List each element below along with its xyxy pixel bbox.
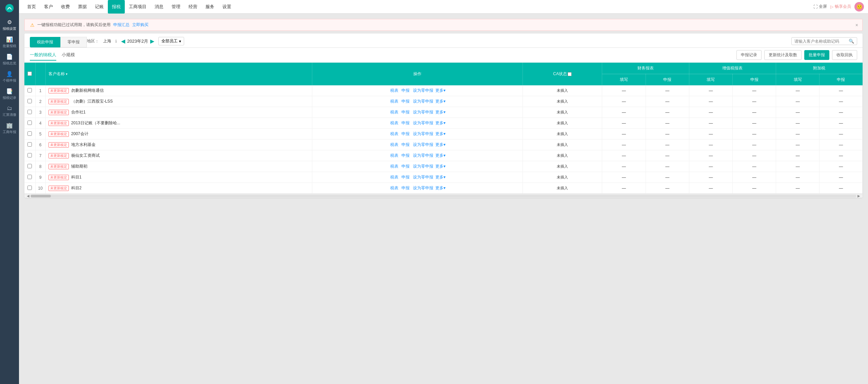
op-zero-declare[interactable]: 设为零申报 bbox=[413, 142, 433, 147]
select-all-checkbox[interactable] bbox=[27, 71, 32, 76]
op-declare[interactable]: 申报 bbox=[401, 164, 410, 169]
op-more[interactable]: 更多▾ bbox=[435, 121, 446, 125]
nav-settings[interactable]: 设置 bbox=[218, 0, 235, 14]
op-taxform[interactable]: 税表 bbox=[390, 131, 398, 136]
op-taxform[interactable]: 税表 bbox=[390, 110, 398, 114]
row-checkbox[interactable] bbox=[27, 153, 32, 157]
op-more[interactable]: 更多▾ bbox=[435, 186, 446, 190]
avatar[interactable]: 🙂 bbox=[854, 2, 864, 12]
op-more[interactable]: 更多▾ bbox=[435, 164, 446, 169]
sidebar-item-baoshujilu[interactable]: 📑 报税记录 bbox=[0, 85, 19, 103]
nav-customer[interactable]: 客户 bbox=[40, 0, 57, 14]
row-checkbox[interactable] bbox=[27, 175, 32, 179]
sidebar-item-piliangshuibao[interactable]: 📊 批量报税 bbox=[0, 34, 19, 51]
op-zero-declare[interactable]: 设为零申报 bbox=[413, 99, 433, 104]
row-checkbox[interactable] bbox=[27, 164, 32, 168]
employee-select[interactable]: 全部员工 ▾ bbox=[158, 37, 184, 45]
nav-service[interactable]: 服务 bbox=[201, 0, 218, 14]
op-zero-declare[interactable]: 设为零申报 bbox=[413, 153, 433, 158]
op-declare[interactable]: 申报 bbox=[401, 131, 410, 136]
sidebar-item-baoshuzonglan[interactable]: 📄 报税总览 bbox=[0, 51, 19, 68]
batch-declare-button[interactable]: 批量申报 bbox=[804, 50, 829, 60]
op-more[interactable]: 更多▾ bbox=[435, 131, 446, 136]
row-checkbox[interactable] bbox=[27, 121, 32, 125]
op-declare[interactable]: 申报 bbox=[401, 88, 410, 93]
tab-declare[interactable]: 税款申报 bbox=[30, 37, 60, 47]
horizontal-scrollbar[interactable]: ◀ ▶ bbox=[24, 194, 863, 198]
nav-message[interactable]: 消息 bbox=[151, 0, 167, 14]
op-more[interactable]: 更多▾ bbox=[435, 142, 446, 147]
op-more[interactable]: 更多▾ bbox=[435, 175, 446, 179]
next-month-button[interactable]: ▶ bbox=[150, 38, 154, 44]
op-declare[interactable]: 申报 bbox=[401, 153, 410, 158]
op-declare[interactable]: 申报 bbox=[401, 99, 410, 104]
nav-bookkeeping[interactable]: 记账 bbox=[91, 0, 108, 14]
op-taxform[interactable]: 税表 bbox=[390, 153, 398, 158]
op-declare[interactable]: 申报 bbox=[401, 175, 410, 179]
op-taxform[interactable]: 税表 bbox=[390, 142, 398, 147]
vip-btn[interactable]: ▷ 畅享会员 bbox=[830, 4, 851, 9]
op-more[interactable]: 更多▾ bbox=[435, 110, 446, 114]
sidebar-item-geshuishen[interactable]: 👤 个税申报 bbox=[0, 68, 19, 85]
sidebar-item-jisuanqingchu[interactable]: 🗂 汇算清缴 bbox=[0, 103, 19, 120]
op-more[interactable]: 更多▾ bbox=[435, 99, 446, 104]
op-more[interactable]: 更多▾ bbox=[435, 88, 446, 93]
scroll-left-button[interactable]: ◀ bbox=[26, 194, 31, 198]
th-tax-dec: 申报 bbox=[732, 74, 776, 86]
update-count-button[interactable]: 更新统计及取数 bbox=[764, 50, 802, 60]
scroll-right-button[interactable]: ▶ bbox=[856, 194, 861, 198]
search-input[interactable] bbox=[794, 39, 849, 44]
banner-close-button[interactable]: × bbox=[855, 22, 858, 28]
tab-zero[interactable]: 零申报 bbox=[60, 37, 87, 47]
op-declare[interactable]: 申报 bbox=[401, 110, 410, 114]
row-checkbox[interactable] bbox=[27, 186, 32, 190]
fullscreen-btn[interactable]: ⛶ 全屏 bbox=[813, 4, 827, 9]
nav-manage[interactable]: 管理 bbox=[167, 0, 184, 14]
retrieve-button[interactable]: 收取回执 bbox=[832, 50, 857, 60]
declare-record-button[interactable]: 申报记录 bbox=[736, 50, 762, 60]
buy-now-link[interactable]: 立即购买 bbox=[132, 22, 149, 28]
op-taxform[interactable]: 税表 bbox=[390, 88, 398, 93]
sidebar-item-gongshannian[interactable]: 🏢 工商年报 bbox=[0, 120, 19, 137]
op-zero-declare[interactable]: 设为零申报 bbox=[413, 121, 433, 125]
sort-icon[interactable]: ▾ bbox=[66, 72, 67, 76]
op-declare[interactable]: 申报 bbox=[401, 142, 410, 147]
tab-small-scale[interactable]: 小规模 bbox=[62, 50, 75, 61]
op-zero-declare[interactable]: 设为零申报 bbox=[413, 88, 433, 93]
op-taxform[interactable]: 税表 bbox=[390, 164, 398, 169]
tab-general-taxpayer[interactable]: 一般的纳税人 bbox=[30, 50, 56, 61]
row-fin-fill: — bbox=[602, 85, 646, 96]
ca-filter-checkbox[interactable] bbox=[568, 72, 572, 76]
info-icon[interactable]: ℹ bbox=[115, 39, 117, 44]
op-declare[interactable]: 申报 bbox=[401, 186, 410, 190]
nav-fee[interactable]: 收费 bbox=[57, 0, 74, 14]
prev-month-button[interactable]: ◀ bbox=[121, 38, 125, 44]
nav-operations[interactable]: 经营 bbox=[184, 0, 201, 14]
op-more[interactable]: 更多▾ bbox=[435, 153, 446, 158]
app-logo[interactable] bbox=[0, 0, 19, 16]
nav-invoice[interactable]: 票据 bbox=[74, 0, 91, 14]
op-taxform[interactable]: 税表 bbox=[390, 186, 398, 190]
op-taxform[interactable]: 税表 bbox=[390, 175, 398, 179]
scroll-thumb[interactable] bbox=[31, 195, 51, 197]
op-zero-declare[interactable]: 设为零申报 bbox=[413, 186, 433, 190]
op-zero-declare[interactable]: 设为零申报 bbox=[413, 175, 433, 179]
op-taxform[interactable]: 税表 bbox=[390, 99, 398, 104]
scroll-track[interactable] bbox=[31, 195, 856, 197]
row-checkbox[interactable] bbox=[27, 99, 32, 103]
op-zero-declare[interactable]: 设为零申报 bbox=[413, 164, 433, 169]
nav-tax[interactable]: 报税 bbox=[108, 0, 125, 14]
op-taxform[interactable]: 税表 bbox=[390, 121, 398, 125]
declare-summary-link[interactable]: 申报汇总 bbox=[113, 22, 130, 28]
row-checkbox[interactable] bbox=[27, 88, 32, 92]
row-checkbox[interactable] bbox=[27, 110, 32, 114]
nav-home[interactable]: 首页 bbox=[23, 0, 40, 14]
op-declare[interactable]: 申报 bbox=[401, 121, 410, 125]
nav-bizproject[interactable]: 工商项目 bbox=[125, 0, 151, 14]
sidebar-item-baoshuishezhi[interactable]: ⚙ 报税设置 bbox=[0, 16, 19, 34]
row-checkbox[interactable] bbox=[27, 131, 32, 136]
search-icon[interactable]: 🔍 bbox=[849, 39, 854, 44]
op-zero-declare[interactable]: 设为零申报 bbox=[413, 131, 433, 136]
row-checkbox[interactable] bbox=[27, 142, 32, 147]
op-zero-declare[interactable]: 设为零申报 bbox=[413, 110, 433, 114]
